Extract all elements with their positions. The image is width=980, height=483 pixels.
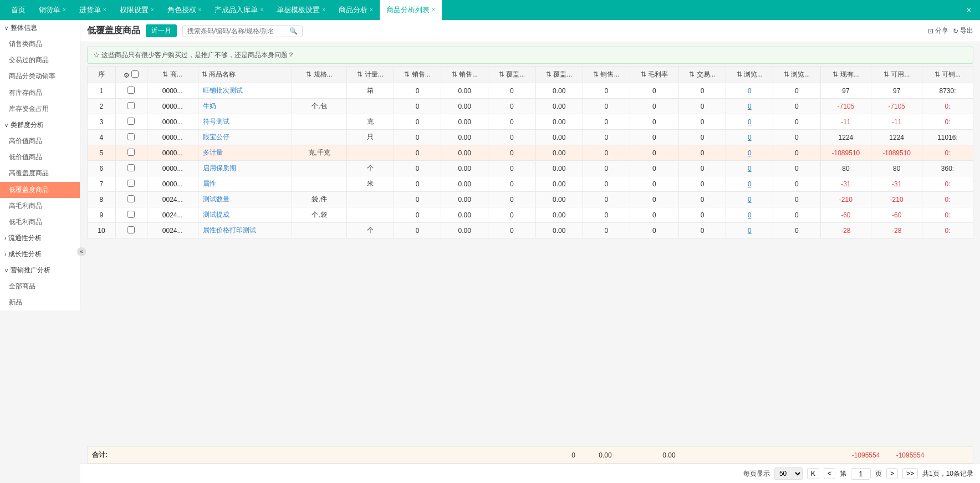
close-icon[interactable]: × [370,0,373,20]
close-icon[interactable]: × [260,0,263,20]
date-filter-button[interactable]: 近一月 [146,24,177,37]
sort-icon[interactable]: ⇅ [641,70,646,78]
sort-icon[interactable]: ⇅ [202,70,207,78]
cell-check[interactable] [115,130,147,145]
nav-tab-permission[interactable]: 权限设置 × [113,0,161,20]
sidebar-item-category-rate[interactable]: 商品分类动销率 [0,68,80,84]
nav-tab-home[interactable]: 首页 [4,0,32,20]
sidebar-section-growth[interactable]: › 成长性分析 [0,246,80,262]
sidebar-item-sales-goods[interactable]: 销售类商品 [0,36,80,52]
sidebar-section-cluster[interactable]: ∨ 类群度分析 [0,117,80,133]
sidebar-section-liquidity[interactable]: › 流通性分析 [0,230,80,246]
cell-browse1[interactable]: 0 [726,207,773,223]
close-icon[interactable]: × [432,0,435,20]
browse-link[interactable]: 0 [748,227,752,235]
row-checkbox[interactable] [127,226,135,233]
sidebar-item-all-goods[interactable]: 全部商品 [0,278,80,294]
cell-name[interactable]: 测试数量 [198,192,292,207]
row-checkbox[interactable] [127,180,135,187]
close-icon[interactable]: × [151,0,154,20]
row-checkbox[interactable] [127,118,135,125]
cell-name[interactable]: 启用保质期 [198,161,292,176]
sidebar-item-traded-goods[interactable]: 交易过的商品 [0,52,80,68]
browse-link[interactable]: 0 [748,103,752,110]
browse-link[interactable]: 0 [748,165,752,172]
cell-check[interactable] [115,83,147,99]
sort-icon[interactable]: ⇅ [884,70,889,78]
row-checkbox[interactable] [127,164,135,171]
prev-page-button[interactable]: < [824,468,835,479]
sidebar-item-in-stock[interactable]: 有库存商品 [0,85,80,101]
sort-icon[interactable]: ⇅ [593,70,599,78]
sort-icon[interactable]: ⇅ [935,70,940,78]
cell-name[interactable]: 旺铺批次测试 [198,83,292,99]
first-page-button[interactable]: K [807,468,819,479]
sort-icon[interactable]: ⇅ [737,70,742,78]
row-checkbox[interactable] [127,87,135,94]
close-icon[interactable]: × [103,0,106,20]
sort-icon[interactable]: ⇅ [833,70,838,78]
select-all-checkbox[interactable] [131,70,139,78]
cell-check[interactable] [115,192,147,207]
sort-icon[interactable]: ⇅ [499,70,504,78]
per-page-select[interactable]: 50 20 100 [774,467,803,480]
sort-icon[interactable]: ⇅ [404,70,410,78]
row-checkbox[interactable] [127,133,135,140]
close-icon[interactable]: × [63,0,66,20]
browse-link[interactable]: 0 [748,211,752,219]
sidebar-item-high-coverage[interactable]: 高覆盖度商品 [0,165,80,181]
sort-icon[interactable]: ⇅ [546,70,552,78]
table-wrapper[interactable]: 序 ⚙ ⇅ 商... ⇅ 商品名称 ⇅ 规格... ⇅ 计量... ⇅ 销售..… [87,66,973,446]
sidebar-item-low-margin[interactable]: 低毛利商品 [0,214,80,230]
settings-icon[interactable]: ⚙ [124,72,130,79]
cell-name[interactable]: 多计量 [198,145,292,161]
sort-icon[interactable]: ⇅ [357,70,363,78]
sidebar-section-overall[interactable]: ∨ 整体信息 [0,20,80,36]
close-icon[interactable]: × [322,0,325,20]
cell-browse1[interactable]: 0 [726,192,773,207]
cell-browse1[interactable]: 0 [726,114,773,130]
browse-link[interactable]: 0 [748,196,752,204]
close-all-button[interactable]: × [962,6,976,14]
cell-check[interactable] [115,176,147,192]
export-button[interactable]: ↻ 导出 [953,26,973,35]
cell-browse1[interactable]: 0 [726,130,773,145]
sort-icon[interactable]: ⇅ [689,70,695,78]
cell-check[interactable] [115,223,147,238]
cell-browse1[interactable]: 0 [726,83,773,99]
next-page-button[interactable]: > [886,468,898,479]
cell-check[interactable] [115,114,147,130]
browse-link[interactable]: 0 [748,87,752,95]
sidebar-item-low-coverage[interactable]: 低覆盖度商品 [0,182,80,198]
cell-check[interactable] [115,207,147,223]
browse-link[interactable]: 0 [748,180,752,188]
cell-name[interactable]: 属性 [198,176,292,192]
sidebar-item-high-margin[interactable]: 高毛利商品 [0,198,80,214]
browse-link[interactable]: 0 [748,134,752,141]
search-icon[interactable]: 🔍 [289,27,298,35]
cell-check[interactable] [115,161,147,176]
search-input[interactable] [187,27,287,35]
nav-tab-product-analysis[interactable]: 商品分析 × [332,0,380,20]
sidebar-item-new-goods[interactable]: 新品 [0,294,80,311]
cell-browse1[interactable]: 0 [726,176,773,192]
nav-tab-product-analysis-list[interactable]: 商品分析列表 × [380,0,442,20]
cell-browse1[interactable]: 0 [726,161,773,176]
row-checkbox[interactable] [127,102,135,109]
cell-name[interactable]: 测试提成 [198,207,292,223]
row-checkbox[interactable] [127,195,135,202]
last-page-button[interactable]: >> [902,468,918,479]
nav-tab-product-inbound[interactable]: 产成品入库单 × [208,0,270,20]
sidebar-item-high-value[interactable]: 高价值商品 [0,133,80,149]
cell-check[interactable] [115,145,147,161]
cell-check[interactable] [115,99,147,114]
sort-icon[interactable]: ⇅ [452,70,457,78]
share-button[interactable]: ⊡ 分享 [928,26,948,35]
sidebar-item-stock-capital[interactable]: 库存资金占用 [0,101,80,117]
sort-icon[interactable]: ⇅ [306,70,312,78]
cell-browse1[interactable]: 0 [726,223,773,238]
nav-tab-template[interactable]: 单据模板设置 × [270,0,332,20]
cell-browse1[interactable]: 0 [726,99,773,114]
close-icon[interactable]: × [198,0,202,20]
browse-link[interactable]: 0 [748,118,752,126]
